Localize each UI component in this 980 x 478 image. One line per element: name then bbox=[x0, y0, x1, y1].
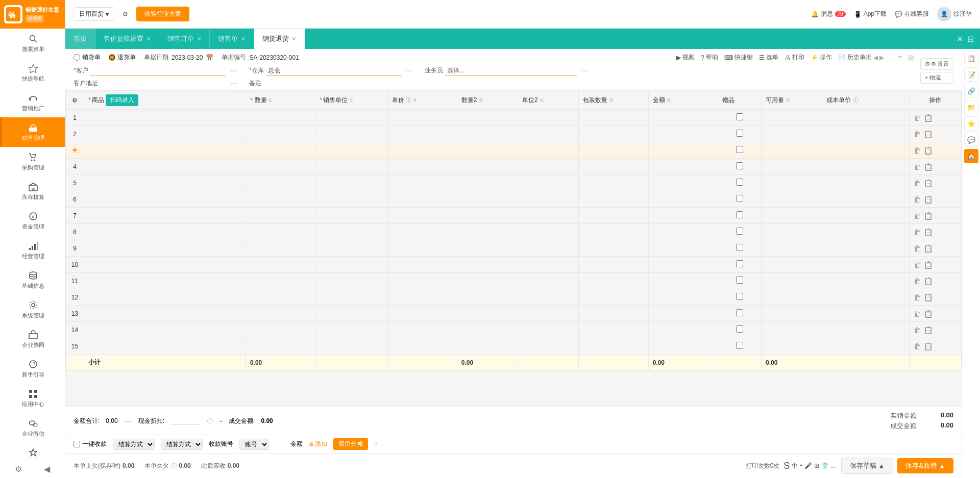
sidebar-item-system[interactable]: 系统管理 bbox=[0, 295, 65, 324]
fee-split-btn[interactable]: 费用分摊 bbox=[333, 438, 368, 450]
sort-available-icon[interactable]: ⇅ bbox=[786, 97, 790, 103]
video-btn[interactable]: ▶ 视频 bbox=[676, 53, 695, 62]
sidebar-item-sales[interactable]: 销售管理 bbox=[0, 117, 65, 147]
customer-select-btn[interactable]: ··· bbox=[230, 66, 237, 76]
delete-row-9-btn[interactable]: 🗑 bbox=[914, 244, 921, 253]
close-tab-btn[interactable]: ✕ bbox=[957, 34, 963, 44]
settings-side-btn[interactable]: ⚙ ⚙ 设置 bbox=[920, 58, 953, 70]
rsp-btn-2[interactable]: 📝 bbox=[964, 67, 978, 82]
sort-unit-icon[interactable]: ⇅ bbox=[349, 97, 353, 103]
account-select[interactable]: 账号 bbox=[239, 439, 269, 450]
copy-row-9-btn[interactable]: 📋 bbox=[924, 244, 933, 253]
tab-close-sales[interactable]: × bbox=[241, 35, 245, 43]
nav-next-icon[interactable]: ▶ bbox=[879, 54, 884, 61]
delete-row-6-btn[interactable]: 🗑 bbox=[914, 195, 921, 204]
delete-row-12-btn[interactable]: 🗑 bbox=[914, 293, 921, 301]
staff-input[interactable] bbox=[445, 66, 577, 76]
col-settings[interactable]: ⚙ bbox=[66, 91, 84, 110]
operate-btn[interactable]: ⚡ 操作 bbox=[811, 53, 832, 62]
sort-qty-icon[interactable]: ⇅ bbox=[268, 97, 272, 103]
toolbar-icon-2[interactable]: • bbox=[800, 462, 802, 469]
sidebar-collapse-btn[interactable]: ◀ bbox=[44, 464, 50, 474]
app-download-btn[interactable]: 📱 App下载 bbox=[854, 10, 887, 18]
sidebar-item-inventory[interactable]: 库存核算 bbox=[0, 177, 65, 206]
staff-select-btn[interactable]: ··· bbox=[581, 66, 588, 76]
delete-row-5-btn[interactable]: 🗑 bbox=[914, 179, 921, 187]
trial-btn[interactable]: 体验行业方案 bbox=[136, 7, 189, 21]
delete-row-2-btn[interactable]: 🗑 bbox=[914, 130, 921, 138]
copy-row-10-btn[interactable]: 📋 bbox=[924, 261, 933, 269]
copy-row-12-btn[interactable]: 📋 bbox=[924, 293, 933, 301]
copy-row-5-btn[interactable]: 📋 bbox=[924, 179, 933, 187]
tab-home[interactable]: 首页 bbox=[65, 29, 95, 49]
sidebar-item-enterprise[interactable]: 企业协同 bbox=[0, 324, 65, 354]
discount-input[interactable] bbox=[170, 417, 201, 425]
toolbar-icon-5[interactable]: 👕 bbox=[821, 462, 829, 469]
delete-row-11-btn[interactable]: 🗑 bbox=[914, 277, 921, 285]
gift-checkbox-1[interactable] bbox=[736, 113, 743, 120]
rsp-btn-5[interactable]: ⭐ bbox=[964, 116, 978, 131]
sort-amount-icon[interactable]: ⇅ bbox=[667, 97, 671, 103]
copy-row-14-btn[interactable]: 📋 bbox=[924, 326, 933, 334]
gift-checkbox-14[interactable] bbox=[736, 325, 743, 333]
tab-sales-order[interactable]: 销售订单 × bbox=[159, 29, 210, 49]
warehouse-input[interactable] bbox=[266, 66, 402, 76]
delete-row-14-btn[interactable]: 🗑 bbox=[914, 326, 921, 334]
remark-input[interactable] bbox=[263, 79, 914, 88]
product-input-3[interactable] bbox=[88, 146, 241, 154]
copy-row-1-btn[interactable]: 📋 bbox=[924, 114, 933, 122]
history-btn[interactable]: 📄 历史单据 ◀ ▶ bbox=[838, 53, 884, 62]
gift-checkbox-4[interactable] bbox=[736, 162, 743, 169]
copy-row-11-btn[interactable]: 📋 bbox=[924, 277, 933, 285]
sidebar-item-operations[interactable]: 经营管理 bbox=[0, 236, 65, 265]
tab-price-settings[interactable]: 售价提取设置 × bbox=[95, 29, 159, 49]
help-btn[interactable]: ? 帮助 bbox=[701, 53, 718, 62]
settlement-method-select[interactable]: 结算方式 bbox=[161, 439, 203, 450]
rsp-btn-4[interactable]: 📁 bbox=[964, 100, 978, 114]
address-select-btn[interactable]: ··· bbox=[230, 79, 237, 88]
add-payment-btn[interactable]: ⊕ 添加 bbox=[309, 440, 327, 448]
gift-checkbox-10[interactable] bbox=[736, 260, 743, 267]
sidebar-item-finance[interactable]: ¥ 资金管理 bbox=[0, 206, 65, 236]
toolbar-icon-4[interactable]: ⊞ bbox=[814, 462, 819, 469]
user-menu[interactable]: 👤 徐泽华 bbox=[937, 7, 972, 21]
delete-row-1-btn[interactable]: 🗑 bbox=[914, 114, 921, 122]
scan-input-btn[interactable]: 扫码录入 bbox=[106, 94, 138, 106]
sidebar-item-guide[interactable]: ? 新手引导 bbox=[0, 354, 65, 384]
one-click-payment-check[interactable]: 一键收款 bbox=[74, 440, 107, 448]
toolbar-icon-6[interactable]: … bbox=[831, 462, 837, 469]
delete-row-8-btn[interactable]: 🗑 bbox=[914, 228, 921, 236]
gift-checkbox-11[interactable] bbox=[736, 276, 743, 284]
copy-row-6-btn[interactable]: 📋 bbox=[924, 195, 933, 204]
gift-checkbox-6[interactable] bbox=[736, 195, 743, 202]
warehouse-select-btn[interactable]: ··· bbox=[406, 66, 412, 76]
delete-row-13-btn[interactable]: 🗑 bbox=[914, 310, 921, 318]
gift-checkbox-9[interactable] bbox=[736, 244, 743, 251]
calendar-icon[interactable]: 📅 bbox=[206, 54, 213, 61]
sidebar-item-apps[interactable]: 应用中心 bbox=[0, 384, 65, 413]
print-btn[interactable]: 🖨 打印 bbox=[785, 53, 804, 62]
rsp-btn-7[interactable]: 🏠 bbox=[964, 149, 978, 163]
tab-menu-btn[interactable]: ⊟ bbox=[967, 34, 974, 44]
logistics-side-btn[interactable]: + 物流 bbox=[920, 72, 953, 84]
industry-select[interactable]: 日用百货 ▾ bbox=[74, 7, 114, 21]
copy-row-13-btn[interactable]: 📋 bbox=[924, 310, 933, 318]
gift-checkbox-2[interactable] bbox=[736, 130, 743, 137]
sidebar-item-purchase[interactable]: 采购管理 bbox=[0, 147, 65, 177]
select-btn[interactable]: ☰ 选单 bbox=[759, 53, 778, 62]
tab-return[interactable]: 销货退货 × bbox=[254, 29, 305, 49]
delete-row-4-btn[interactable]: 🗑 bbox=[914, 163, 921, 171]
rsp-btn-1[interactable]: 📋 bbox=[964, 51, 978, 65]
sidebar-item-shortcut[interactable]: 快捷导航 bbox=[0, 58, 65, 88]
gift-checkbox-15[interactable] bbox=[736, 342, 743, 349]
save-new-btn[interactable]: 保存&新增 ▲ bbox=[897, 458, 953, 473]
delete-row-15-btn[interactable]: 🗑 bbox=[914, 342, 921, 350]
copy-row-7-btn[interactable]: 📋 bbox=[924, 212, 933, 220]
sidebar-item-search[interactable]: 搜索菜单 bbox=[0, 29, 65, 58]
view-list-icon[interactable]: ≡ bbox=[898, 54, 902, 62]
add-row-btn[interactable]: + bbox=[72, 145, 78, 155]
gift-checkbox-12[interactable] bbox=[736, 293, 743, 300]
save-draft-btn[interactable]: 保存草稿 ▲ bbox=[841, 458, 894, 474]
sort-price-icon[interactable]: ⇅ bbox=[413, 97, 417, 103]
gift-checkbox-13[interactable] bbox=[736, 309, 743, 316]
